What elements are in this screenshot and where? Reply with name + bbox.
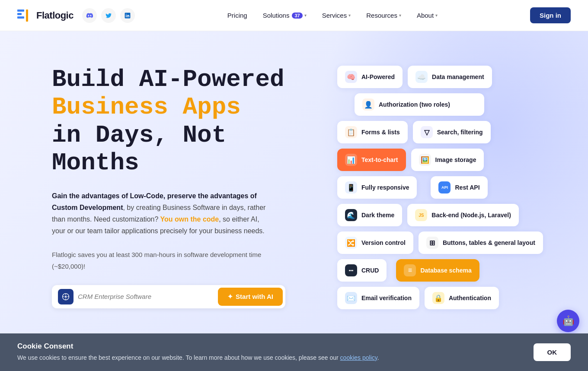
nav-resources[interactable]: Resources ▾ bbox=[360, 8, 407, 22]
hero-title: Build AI-Powered Business Apps in Days, … bbox=[52, 66, 320, 177]
star-icon: ✦ bbox=[227, 293, 233, 301]
chat-bot-icon: 🤖 bbox=[562, 315, 574, 327]
feature-cards: 🧠 AI-Powered ☁️ Data management 👤 Author… bbox=[337, 66, 553, 309]
cookie-ok-button[interactable]: OK bbox=[534, 343, 571, 361]
chat-bot-button[interactable]: 🤖 bbox=[557, 310, 579, 332]
nav-pricing[interactable]: Pricing bbox=[221, 8, 253, 22]
linkedin-btn[interactable] bbox=[120, 8, 135, 23]
img-icon: 🖼️ bbox=[419, 154, 431, 166]
ai-powered-icon: 🧠 bbox=[345, 71, 357, 83]
navbar: Flatlogic Pricing Solutions 37 ▾ Service… bbox=[0, 0, 588, 31]
cookie-policy-link[interactable]: cookies policy bbox=[340, 354, 377, 361]
discord-btn[interactable] bbox=[82, 8, 97, 23]
svg-point-6 bbox=[65, 296, 66, 297]
api-icon: API bbox=[438, 181, 451, 193]
lock-icon: 🔒 bbox=[432, 292, 444, 304]
start-ai-button[interactable]: ✦ Start with AI bbox=[218, 288, 283, 306]
cards-row-8: ••• CRUD ≡ Database schema bbox=[337, 259, 553, 282]
dark-icon: 🌊 bbox=[345, 209, 357, 221]
svg-rect-2 bbox=[17, 16, 24, 19]
svg-rect-0 bbox=[17, 10, 24, 12]
signin-button[interactable]: Sign in bbox=[530, 7, 571, 23]
solutions-badge: 37 bbox=[292, 13, 302, 19]
nav-solutions[interactable]: Solutions 37 ▾ bbox=[257, 8, 313, 22]
navbar-left: Flatlogic bbox=[17, 8, 135, 23]
forms-icon: 📋 bbox=[345, 126, 357, 138]
card-email-verify: ✉️ Email verification bbox=[337, 287, 419, 309]
data-mgmt-icon: ☁️ bbox=[415, 71, 428, 83]
cookie-title: Cookie Consent bbox=[17, 342, 516, 351]
social-icons bbox=[82, 8, 135, 23]
navbar-nav: Pricing Solutions 37 ▾ Services ▾ Resour… bbox=[221, 8, 444, 22]
card-authentication: 🔒 Authentication bbox=[425, 287, 499, 309]
nav-services[interactable]: Services ▾ bbox=[316, 8, 357, 22]
card-crud: ••• CRUD bbox=[337, 259, 387, 282]
hero-input-row: ✦ Start with AI bbox=[52, 285, 285, 308]
ver-icon: 🔀 bbox=[345, 237, 357, 249]
solutions-chevron: ▾ bbox=[304, 13, 307, 18]
auth-icon: 👤 bbox=[362, 98, 374, 111]
crud-icon: ••• bbox=[345, 264, 357, 276]
card-authorization: 👤 Authorization (two roles) bbox=[355, 93, 484, 116]
card-ai-powered: 🧠 AI-Powered bbox=[337, 66, 403, 88]
db-icon: ≡ bbox=[404, 264, 416, 276]
cards-row-1: 🧠 AI-Powered ☁️ Data management bbox=[337, 66, 553, 88]
cards-row-4: 📊 Text-to-chart 🖼️ Image storage bbox=[337, 149, 553, 171]
btn-icon: ⊞ bbox=[426, 237, 438, 249]
hero-content: Build AI-Powered Business Apps in Days, … bbox=[52, 57, 320, 308]
logo-icon bbox=[17, 10, 33, 22]
svg-rect-3 bbox=[26, 10, 28, 22]
card-version-ctrl: 🔀 Version control bbox=[337, 231, 413, 254]
cookie-description: We use cookies to ensure the best experi… bbox=[17, 353, 516, 362]
cards-row-6: 🌊 Dark theme JS Back-end (Node.js, Larav… bbox=[337, 204, 553, 226]
card-rest-api: API Rest API bbox=[431, 176, 487, 199]
card-data-mgmt: ☁️ Data management bbox=[408, 66, 492, 88]
resources-chevron: ▾ bbox=[399, 13, 401, 18]
cards-row-9: ✉️ Email verification 🔒 Authentication bbox=[337, 287, 553, 309]
card-forms: 📋 Forms & lists bbox=[337, 121, 408, 143]
twitter-btn[interactable] bbox=[101, 8, 116, 23]
card-search: ▽ Search, filtering bbox=[413, 121, 491, 143]
card-backend: JS Back-end (Node.js, Laravel) bbox=[407, 204, 519, 226]
svg-rect-1 bbox=[17, 13, 22, 15]
cards-row-2: 👤 Authorization (two roles) bbox=[355, 93, 553, 116]
chart-icon: 📊 bbox=[345, 154, 357, 166]
hero-section: Build AI-Powered Business Apps in Days, … bbox=[0, 31, 588, 359]
cookie-text: Cookie Consent We use cookies to ensure … bbox=[17, 342, 516, 362]
nav-about[interactable]: About ▾ bbox=[411, 8, 444, 22]
card-responsive: 📱 Fully responsive bbox=[337, 176, 417, 199]
card-img-storage: 🖼️ Image storage bbox=[411, 149, 484, 171]
logo[interactable]: Flatlogic bbox=[17, 10, 74, 22]
cards-row-7: 🔀 Version control ⊞ Buttons, tables & ge… bbox=[337, 231, 553, 254]
services-chevron: ▾ bbox=[348, 13, 351, 18]
responsive-icon: 📱 bbox=[345, 181, 357, 193]
hero-description: Gain the advantages of Low-Code, preserv… bbox=[52, 190, 268, 272]
card-dark-theme: 🌊 Dark theme bbox=[337, 204, 402, 226]
about-chevron: ▾ bbox=[435, 13, 438, 18]
logo-text: Flatlogic bbox=[36, 10, 74, 21]
cookie-consent-bar: Cookie Consent We use cookies to ensure … bbox=[0, 333, 588, 371]
ai-icon bbox=[58, 289, 74, 304]
card-buttons-tables: ⊞ Buttons, tables & general layout bbox=[419, 231, 543, 254]
cards-row-5: 📱 Fully responsive API Rest API bbox=[337, 176, 553, 199]
cards-row-3: 📋 Forms & lists ▽ Search, filtering bbox=[337, 121, 553, 143]
card-text-chart: 📊 Text-to-chart bbox=[337, 149, 406, 171]
email-icon: ✉️ bbox=[345, 292, 357, 304]
card-db-schema: ≡ Database schema bbox=[396, 259, 479, 282]
navbar-right: Sign in bbox=[530, 7, 571, 23]
hero-search-input[interactable] bbox=[78, 293, 218, 300]
backend-icon: JS bbox=[415, 209, 427, 221]
search-filter-icon: ▽ bbox=[421, 126, 433, 138]
